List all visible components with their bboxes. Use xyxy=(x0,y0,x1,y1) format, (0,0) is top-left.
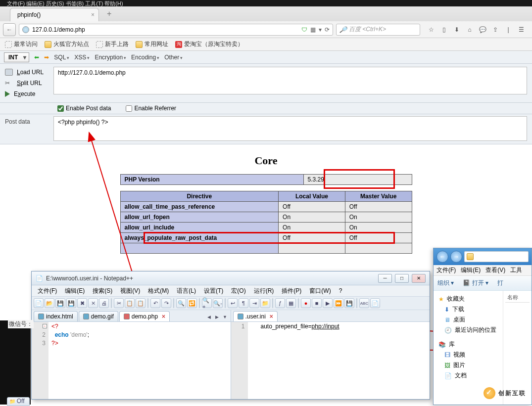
url-input[interactable]: 🛡 ▦ ▾ ⟳ xyxy=(19,24,333,36)
tb-save-icon[interactable]: 💾 xyxy=(55,298,65,308)
bm-aitaobao[interactable]: 淘爱淘宝（原淘宝特卖） xyxy=(175,40,243,48)
notepadpp-window[interactable]: 📄 E:\wwwroot\.user.ini - Notepad++ ─ □ ✕… xyxy=(31,271,430,400)
bookmark-star-icon[interactable]: ☆ xyxy=(427,26,435,34)
exp-fwd-button[interactable]: → xyxy=(450,251,462,263)
tb-indent-icon[interactable]: ⇥ xyxy=(249,298,259,308)
share-icon[interactable]: ⇪ xyxy=(491,26,499,34)
tb-map-icon[interactable]: ▦ xyxy=(286,298,296,308)
chat-icon[interactable]: 💬 xyxy=(479,26,486,34)
sql-menu[interactable]: SQL xyxy=(54,54,69,61)
menu-settings[interactable]: 设置(T) xyxy=(201,286,226,296)
tab-index-html[interactable]: index.html xyxy=(34,311,78,321)
tb-undo-icon[interactable]: ↶ xyxy=(150,298,160,308)
tb-func-icon[interactable]: ƒ xyxy=(275,298,285,308)
bm-getting-started[interactable]: 新手上路 xyxy=(96,40,129,48)
tb-saveall-icon[interactable]: 💾 xyxy=(66,298,76,308)
right-editor[interactable]: 1 auto_prepend_file=php://input xyxy=(231,322,430,399)
exp-menu-edit[interactable]: 编辑(E) xyxy=(461,266,481,274)
exp-menu-file[interactable]: 文件(F) xyxy=(436,266,456,274)
tb-open-icon[interactable]: 📂 xyxy=(45,298,54,308)
tb-close-icon[interactable]: ✖ xyxy=(77,298,87,308)
bm-most-visited[interactable]: 最常访问 xyxy=(5,40,38,48)
menu-edit[interactable]: 编辑(E) xyxy=(62,286,88,296)
fold-icon[interactable]: - xyxy=(43,324,47,328)
exp-menu-view[interactable]: 查看(V) xyxy=(485,266,505,274)
left-editor[interactable]: 123 - <? echo 'demo'; ?> xyxy=(32,322,231,399)
home-icon[interactable]: ⌂ xyxy=(466,26,474,34)
menu-format[interactable]: 格式(M) xyxy=(145,286,172,296)
explorer-window[interactable]: ← → 文件(F) 编辑(E) 查看(V) 工具 组织 ▾ 📓 打开 ▾ 打 ★… xyxy=(433,248,532,405)
split-url-button[interactable]: ✂Split URL xyxy=(0,78,53,89)
col-name[interactable]: 名称 xyxy=(505,293,530,303)
menu-run[interactable]: 运行(R) xyxy=(251,286,277,296)
menu-view[interactable]: 视图(V) xyxy=(117,286,143,296)
tb-folder-icon[interactable]: 📁 xyxy=(260,298,270,308)
tab-close-icon[interactable]: × xyxy=(91,11,95,18)
tab-next-icon[interactable]: ▶ xyxy=(214,315,221,321)
xss-menu[interactable]: XSS xyxy=(74,54,90,61)
print-button[interactable]: 打 xyxy=(497,279,503,287)
tb-save2-icon[interactable]: 💾 xyxy=(344,298,354,308)
tb-wrap-icon[interactable]: ↩ xyxy=(228,298,238,308)
downloads-icon[interactable]: ⬇ xyxy=(453,26,461,34)
organize-button[interactable]: 组织 ▾ xyxy=(437,279,454,287)
new-tab-button[interactable]: + xyxy=(104,6,114,21)
exp-address-bar[interactable] xyxy=(464,251,529,262)
tab-user-ini[interactable]: .user.ini× xyxy=(233,311,278,321)
tb-zoomin-icon[interactable]: 🔍+ xyxy=(202,298,212,308)
tb-paste-icon[interactable]: 📋 xyxy=(136,298,145,308)
tb-replace-icon[interactable]: 🔁 xyxy=(187,298,197,308)
tb-closeall-icon[interactable]: ⨯ xyxy=(88,298,98,308)
exp-menu-tools[interactable]: 工具 xyxy=(510,266,522,274)
tb-print-icon[interactable]: 🖨 xyxy=(99,298,109,308)
post-data-textarea[interactable]: <?php phpinfo() ?> xyxy=(53,116,527,141)
tb-zoomout-icon[interactable]: 🔍- xyxy=(213,298,223,308)
execute-button[interactable]: Execute xyxy=(0,89,53,99)
menu-plugin[interactable]: 插件(P) xyxy=(279,286,304,296)
minimize-button[interactable]: ─ xyxy=(378,274,392,283)
tb-ff-icon[interactable]: ⏩ xyxy=(334,298,343,308)
tab-demo-php[interactable]: demo.php× xyxy=(119,311,170,321)
tab-demo-gif[interactable]: demo.gif xyxy=(79,311,118,321)
tb-cut-icon[interactable]: ✂ xyxy=(114,298,124,308)
tab-prev-icon[interactable]: ◀ xyxy=(206,315,213,321)
load-url-button[interactable]: Load URL xyxy=(0,67,53,78)
tb-rec-icon[interactable]: ● xyxy=(301,298,311,308)
tb-find-icon[interactable]: 🔍 xyxy=(176,298,186,308)
other-menu[interactable]: Other xyxy=(164,54,183,61)
tb-play-icon[interactable]: ▶ xyxy=(323,298,333,308)
reload-icon[interactable]: ⟳ xyxy=(325,26,330,33)
menu-search[interactable]: 搜索(S) xyxy=(90,286,115,296)
npp-titlebar[interactable]: 📄 E:\wwwroot\.user.ini - Notepad++ ─ □ ✕ xyxy=(32,271,430,285)
open-button[interactable]: 📓 打开 ▾ xyxy=(463,279,488,287)
tb-doc-icon[interactable]: 📄 xyxy=(370,298,380,308)
tb-abc-icon[interactable]: ABC xyxy=(359,298,369,308)
tb-redo-icon[interactable]: ↷ xyxy=(161,298,171,308)
menu-lang[interactable]: 语言(L) xyxy=(174,286,199,296)
more-icon[interactable]: ☰ xyxy=(517,26,525,34)
reader-icon[interactable]: ▯ xyxy=(440,26,448,34)
bm-firefox-official[interactable]: 火狐官方站点 xyxy=(45,40,89,48)
bm-common-urls[interactable]: 常用网址 xyxy=(136,40,168,48)
tb-stop-icon[interactable]: ■ xyxy=(312,298,322,308)
int-select[interactable]: INT xyxy=(4,52,29,62)
tab-close-icon[interactable]: × xyxy=(162,313,165,320)
menu-file[interactable]: 文件(F) xyxy=(35,286,60,296)
grid-icon[interactable]: ▦ xyxy=(310,26,316,33)
tab-close-icon[interactable]: × xyxy=(270,313,273,320)
back-arrow-icon[interactable]: ⬅ xyxy=(34,54,39,61)
shield-icon[interactable]: 🛡 xyxy=(301,26,307,33)
dropdown-icon[interactable]: ▾ xyxy=(319,26,322,33)
maximize-button[interactable]: □ xyxy=(395,274,409,283)
menu-help[interactable]: ? xyxy=(336,286,345,295)
menu-macro[interactable]: 宏(O) xyxy=(228,286,248,296)
encoding-menu[interactable]: Encoding xyxy=(131,54,159,61)
url-field[interactable] xyxy=(32,26,301,33)
menu-window[interactable]: 窗口(W) xyxy=(306,286,334,296)
tb-copy-icon[interactable]: 📋 xyxy=(125,298,135,308)
browser-tab-phpinfo[interactable]: phpinfo() × xyxy=(10,8,99,21)
tb-showall-icon[interactable]: ¶ xyxy=(239,298,248,308)
search-box[interactable]: 🔎 百度 <Ctrl+K> xyxy=(336,24,420,36)
close-button[interactable]: ✕ xyxy=(412,274,426,283)
tab-list-icon[interactable]: ▼ xyxy=(222,315,229,321)
